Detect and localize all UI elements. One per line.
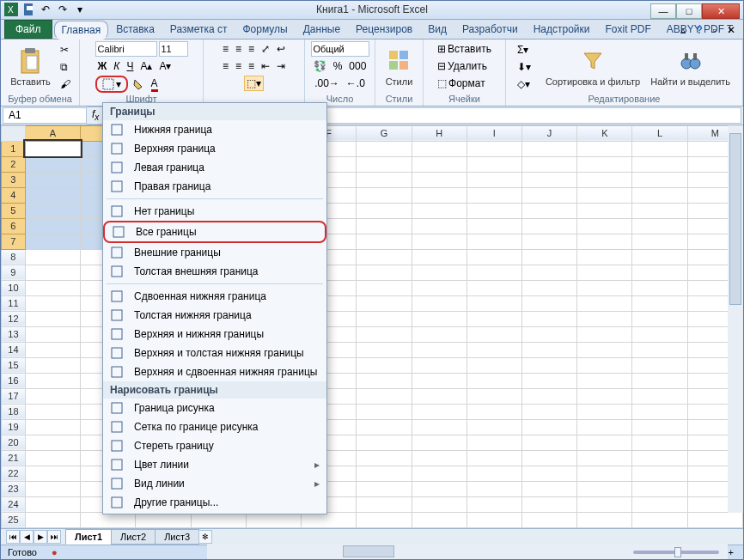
cell[interactable] xyxy=(577,311,632,326)
cell[interactable] xyxy=(357,357,412,373)
format-cells-button[interactable]: ⬚ Формат xyxy=(435,76,488,91)
number-format-select[interactable] xyxy=(311,41,369,57)
cell[interactable] xyxy=(521,326,576,342)
row-header[interactable]: 22 xyxy=(2,466,26,481)
cell[interactable] xyxy=(357,172,412,187)
cell[interactable] xyxy=(521,280,576,295)
row-header[interactable]: 12 xyxy=(2,311,26,326)
tab-home[interactable]: Главная xyxy=(54,21,109,40)
row-header[interactable]: 3 xyxy=(2,172,26,187)
cell[interactable] xyxy=(25,404,80,419)
cell[interactable] xyxy=(521,435,576,450)
cell[interactable] xyxy=(25,466,80,481)
underline-button[interactable]: Ч xyxy=(124,58,136,74)
cell[interactable] xyxy=(25,342,80,357)
cell[interactable] xyxy=(521,419,576,435)
cell[interactable] xyxy=(412,141,467,156)
borders-menu-item[interactable]: Верхняя и нижняя границы xyxy=(103,325,326,344)
cell[interactable] xyxy=(357,280,412,295)
cell[interactable] xyxy=(521,404,576,419)
cell[interactable] xyxy=(357,326,412,342)
cell[interactable] xyxy=(412,404,467,419)
cell[interactable] xyxy=(577,172,632,187)
align-top-icon[interactable]: ≡ xyxy=(220,41,231,57)
row-header[interactable]: 11 xyxy=(2,295,26,311)
cell[interactable] xyxy=(632,234,687,249)
autosum-icon[interactable]: Σ▾ xyxy=(515,42,534,58)
fill-color-button[interactable] xyxy=(130,76,147,92)
font-size-select[interactable] xyxy=(159,41,188,57)
row-header[interactable]: 2 xyxy=(2,156,26,172)
cell[interactable] xyxy=(467,311,521,326)
cell[interactable] xyxy=(521,342,576,357)
cell[interactable] xyxy=(25,326,80,342)
row-header[interactable]: 5 xyxy=(2,203,26,218)
align-left-icon[interactable]: ≡ xyxy=(220,58,231,74)
increase-indent-icon[interactable]: ⇥ xyxy=(274,58,288,74)
delete-cells-button[interactable]: ⊟ Удалить xyxy=(435,58,490,74)
cell[interactable] xyxy=(687,512,742,527)
cell[interactable] xyxy=(357,234,412,249)
row-header[interactable]: 10 xyxy=(2,280,26,295)
column-header[interactable]: L xyxy=(632,125,687,141)
row-header[interactable]: 23 xyxy=(2,481,26,496)
borders-menu-item[interactable]: Верхняя граница xyxy=(103,139,326,158)
cell[interactable] xyxy=(25,496,80,512)
cell[interactable] xyxy=(25,187,80,203)
cell[interactable] xyxy=(25,450,80,466)
percent-icon[interactable]: % xyxy=(331,58,345,74)
cell[interactable] xyxy=(467,172,521,187)
comma-icon[interactable]: 000 xyxy=(346,58,369,74)
cell[interactable] xyxy=(577,466,632,481)
cell[interactable] xyxy=(357,481,412,496)
cell[interactable] xyxy=(25,203,80,218)
select-all-corner[interactable] xyxy=(2,125,26,141)
cell[interactable] xyxy=(357,141,412,156)
cell[interactable] xyxy=(25,388,80,404)
cell[interactable] xyxy=(577,496,632,512)
cell[interactable] xyxy=(577,404,632,419)
font-decrease-icon[interactable]: A▾ xyxy=(156,58,174,74)
column-header[interactable]: G xyxy=(357,125,412,141)
row-header[interactable]: 14 xyxy=(2,342,26,357)
cell[interactable] xyxy=(467,466,521,481)
cell[interactable] xyxy=(632,357,687,373)
window-maximize-button[interactable]: □ xyxy=(676,3,702,19)
cut-icon[interactable]: ✂ xyxy=(58,42,73,58)
cell[interactable] xyxy=(412,265,467,280)
cell[interactable] xyxy=(521,203,576,218)
cell[interactable] xyxy=(632,295,687,311)
paste-button[interactable]: Вставить xyxy=(7,46,54,88)
cell[interactable] xyxy=(577,326,632,342)
cell[interactable] xyxy=(357,404,412,419)
borders-menu-item[interactable]: Все границы xyxy=(103,221,326,243)
cell[interactable] xyxy=(25,373,80,388)
insert-cells-button[interactable]: ⊞ Вставить xyxy=(435,41,494,57)
cell[interactable] xyxy=(467,357,521,373)
cell[interactable] xyxy=(632,203,687,218)
align-right-icon[interactable]: ≡ xyxy=(246,58,257,74)
qat-save-icon[interactable] xyxy=(21,3,35,16)
column-header[interactable]: H xyxy=(412,125,467,141)
cell[interactable] xyxy=(412,249,467,265)
cell[interactable] xyxy=(412,295,467,311)
row-header[interactable]: 13 xyxy=(2,326,26,342)
clear-icon[interactable]: ◇▾ xyxy=(515,76,534,92)
cell[interactable] xyxy=(412,172,467,187)
cell[interactable] xyxy=(521,450,576,466)
cell[interactable] xyxy=(357,265,412,280)
cell[interactable] xyxy=(412,280,467,295)
column-header[interactable]: K xyxy=(577,125,632,141)
cell[interactable] xyxy=(577,388,632,404)
doc-restore-icon[interactable]: ▫ xyxy=(710,22,719,38)
qat-undo-icon[interactable]: ↶ xyxy=(39,3,52,16)
cell[interactable] xyxy=(577,450,632,466)
borders-menu-item[interactable]: Сетка по границе рисунка xyxy=(103,417,326,436)
cell[interactable] xyxy=(632,218,687,234)
cell[interactable] xyxy=(412,512,467,527)
cell[interactable] xyxy=(632,311,687,326)
cell[interactable] xyxy=(467,404,521,419)
cell[interactable] xyxy=(25,419,80,435)
tab-addins[interactable]: Надстройки xyxy=(526,20,598,39)
cell[interactable] xyxy=(577,187,632,203)
